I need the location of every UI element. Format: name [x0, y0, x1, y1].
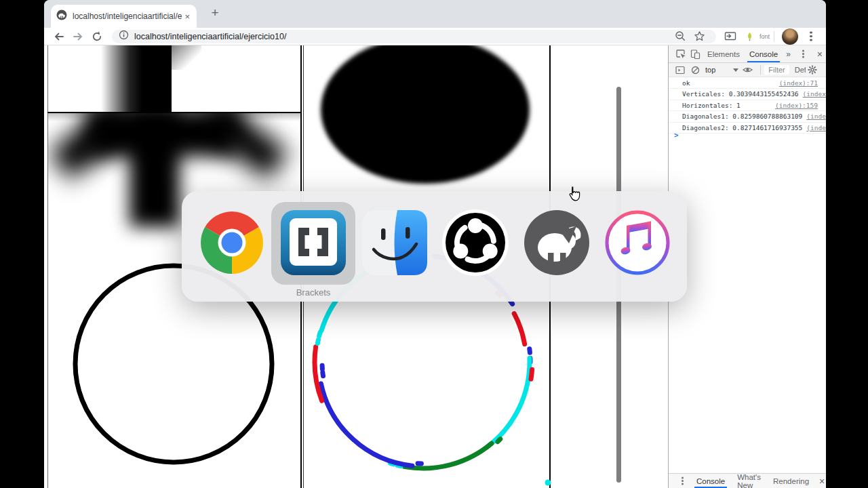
- app-icon-finder[interactable]: [361, 209, 429, 277]
- app-switcher-overlay: Brackets: [182, 191, 687, 302]
- extension-bulb-icon[interactable]: [743, 30, 757, 43]
- mamp-logo-icon: [523, 209, 591, 277]
- selected-app-label: Brackets: [262, 287, 364, 298]
- page-info-icon[interactable]: [119, 30, 129, 43]
- console-message-text: ok: [682, 78, 690, 88]
- console-message-link[interactable]: (index):161: [806, 123, 826, 133]
- zoom-out-icon[interactable]: [674, 30, 688, 43]
- console-prompt-chevron[interactable]: >: [674, 131, 679, 140]
- console-message-text: Diagonales2: 0.8271461716937355: [682, 123, 802, 133]
- address-bar[interactable]: localhost/inteligenciaartificial/ejercic…: [112, 30, 716, 43]
- console-filter-input[interactable]: Filter: [764, 65, 789, 75]
- ring-stray-dot: [545, 480, 551, 486]
- drawer-tab-rendering[interactable]: Rendering: [767, 474, 815, 488]
- ring-arc: [319, 332, 320, 336]
- devtools-tab-console[interactable]: Console: [745, 45, 783, 62]
- eye-icon[interactable]: [741, 63, 755, 77]
- devtools-menu-icon[interactable]: [797, 47, 810, 61]
- devtools-tab-bar: Elements Console » ×: [669, 45, 826, 63]
- bookmark-star-icon[interactable]: [693, 30, 707, 43]
- back-icon[interactable]: [52, 30, 66, 43]
- tab-title: localhost/inteligenciaartificial/e: [73, 12, 183, 21]
- finder-logo-icon: [361, 209, 429, 277]
- browser-toolbar: localhost/inteligenciaartificial/ejercic…: [44, 28, 826, 45]
- devtools-more-tabs-icon[interactable]: »: [783, 49, 794, 59]
- console-message-row: Diagonales1: 0.8259860788863109(index):1…: [669, 111, 826, 122]
- forward-icon[interactable]: [71, 30, 85, 43]
- console-message-text: Horizontales: 1: [682, 100, 741, 110]
- tab-capture-icon[interactable]: [724, 30, 738, 43]
- devtools-panel: Elements Console » ×: [668, 45, 826, 488]
- tab-strip: localhost/inteligenciaartificial/e × +: [44, 0, 826, 28]
- app-icon-brackets[interactable]: [279, 209, 347, 277]
- devtools-drawer: Console What's New Rendering ×: [669, 473, 826, 488]
- console-message-text: Diagonales1: 0.8259860788863109: [682, 111, 802, 121]
- console-message-link[interactable]: (index):158: [803, 89, 826, 99]
- ring-arc: [498, 439, 500, 442]
- context-selector[interactable]: top: [705, 66, 738, 74]
- drawer-tab-whats-new[interactable]: What's New: [731, 474, 767, 488]
- reload-icon[interactable]: [90, 30, 104, 43]
- console-message-row: ok(index):71: [669, 78, 826, 89]
- screen: localhost/inteligenciaartificial/e × +: [0, 0, 868, 488]
- devtools-close-icon[interactable]: ×: [813, 49, 826, 60]
- drawer-close-icon[interactable]: ×: [815, 476, 826, 487]
- new-tab-button[interactable]: +: [207, 5, 223, 20]
- chrome-logo-icon: [198, 209, 266, 277]
- app-icon-obs[interactable]: [441, 209, 509, 277]
- inspect-element-icon[interactable]: [673, 47, 687, 61]
- ring-arc: [531, 369, 532, 379]
- profile-avatar[interactable]: [782, 28, 798, 45]
- console-settings-gear-icon[interactable]: [806, 63, 819, 77]
- tab-close-icon[interactable]: ×: [183, 12, 191, 22]
- app-icon-chrome[interactable]: [198, 209, 266, 277]
- devtools-tab-elements[interactable]: Elements: [703, 45, 745, 62]
- drawer-menu-icon[interactable]: [675, 474, 689, 488]
- console-message-text: Verticales: 0.3039443155452436: [682, 89, 799, 99]
- app-icon-mamp[interactable]: [523, 209, 591, 277]
- ring-arc: [514, 314, 525, 344]
- log-levels-dropdown[interactable]: Defa: [795, 66, 806, 74]
- console-messages: ok(index):71Verticales: 0.30394431554524…: [669, 78, 826, 134]
- console-message-link[interactable]: (index):160: [806, 111, 826, 121]
- browser-tab[interactable]: localhost/inteligenciaartificial/e ×: [51, 5, 197, 28]
- context-selector-label: top: [705, 66, 715, 74]
- console-toolbar: top Filter Defa: [669, 63, 826, 77]
- drawer-tab-console[interactable]: Console: [690, 474, 731, 488]
- console-message-row: Diagonales2: 0.8271461716937355(index):1…: [669, 123, 826, 134]
- obs-logo-icon: [441, 209, 509, 277]
- tab-favicon-icon: [56, 9, 67, 23]
- ring-arc: [317, 340, 318, 344]
- console-message-row: Horizontales: 1(index):159: [669, 100, 826, 111]
- console-message-row: Verticales: 0.3039443155452436(index):15…: [669, 89, 826, 100]
- ring-arc: [321, 384, 412, 466]
- app-icon-itunes[interactable]: [604, 209, 671, 277]
- ring-arc: [530, 349, 530, 353]
- font-extension-icon[interactable]: font: [760, 33, 770, 40]
- ring-arc: [323, 373, 323, 376]
- hand-cursor-icon: [565, 186, 581, 202]
- device-toolbar-icon[interactable]: [688, 47, 702, 61]
- clear-console-icon[interactable]: [688, 63, 702, 77]
- chevron-down-icon: [733, 68, 738, 72]
- itunes-logo-icon: [604, 209, 671, 277]
- brackets-logo-icon: [279, 209, 347, 277]
- console-message-link[interactable]: (index):71: [779, 78, 818, 88]
- console-message-link[interactable]: (index):159: [775, 100, 818, 110]
- toolbar-divider: [774, 31, 774, 42]
- browser-menu-icon[interactable]: [804, 30, 818, 43]
- url-text[interactable]: localhost/inteligenciaartificial/ejercic…: [134, 32, 671, 41]
- ring-arc: [488, 359, 530, 447]
- console-sidebar-icon[interactable]: [673, 63, 687, 77]
